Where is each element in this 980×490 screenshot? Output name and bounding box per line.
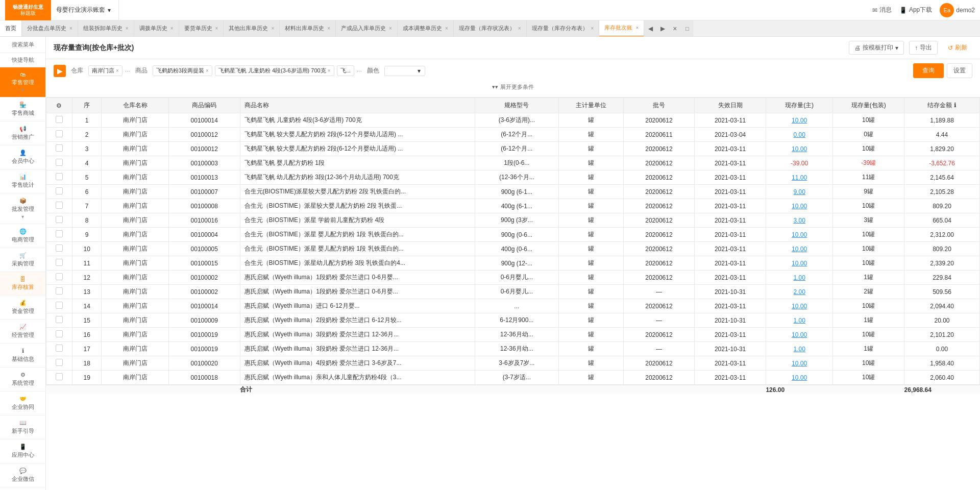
checkbox-icon[interactable] <box>56 345 63 352</box>
sidebar-item-app-center[interactable]: 📱 应用中心 <box>0 439 45 463</box>
tab-next-arrow[interactable]: ▶ <box>656 20 669 37</box>
tab-maximize-button[interactable]: □ <box>681 20 693 37</box>
settings-button[interactable]: 设置 <box>947 63 972 78</box>
td-check[interactable] <box>46 128 72 142</box>
industry-select[interactable]: 母婴行业演示账套 ▾ <box>51 0 119 20</box>
app-download-button[interactable]: 📱 App下载 <box>899 6 932 14</box>
td-stock-main[interactable]: 10.00 <box>766 299 832 313</box>
checkbox-icon[interactable] <box>56 287 63 295</box>
td-stock-main[interactable]: 10.00 <box>766 328 832 342</box>
product-tag-more[interactable]: 飞... <box>337 65 354 76</box>
td-check[interactable] <box>46 142 72 156</box>
tab-close-icon[interactable]: × <box>327 26 330 31</box>
sidebar-item-wholesale[interactable]: 📦 批发管理 ▾ <box>0 193 45 224</box>
td-stock-main[interactable]: 10.00 <box>766 356 832 371</box>
product-more-icon[interactable]: ··· <box>357 67 362 75</box>
table-container[interactable]: ⚙ 序 仓库名称 商品编码 商品名称 规格型号 主计量单位 批号 失效日期 现存… <box>46 97 980 490</box>
checkbox-icon[interactable] <box>56 373 63 380</box>
tab-close-icon[interactable]: × <box>69 26 72 31</box>
td-check[interactable] <box>46 170 72 185</box>
td-check[interactable] <box>46 156 72 170</box>
td-stock-main[interactable]: 10.00 <box>766 242 832 256</box>
tab-产成品入库单历史[interactable]: 产成品入库单历史 × <box>336 20 398 37</box>
td-check[interactable] <box>46 213 72 228</box>
td-check[interactable] <box>46 271 72 285</box>
checkbox-icon[interactable] <box>56 216 63 223</box>
td-stock-main[interactable]: 10.00 <box>766 199 832 213</box>
sidebar-search-menu[interactable]: 搜索菜单 <box>0 37 45 53</box>
warehouse-more-icon[interactable]: ··· <box>125 67 130 75</box>
td-check[interactable] <box>46 199 72 213</box>
refresh-button[interactable]: ↺ 刷新 <box>943 41 972 54</box>
user-area[interactable]: Ea demo2 <box>940 3 975 17</box>
td-stock-main[interactable]: 11.00 <box>766 170 832 185</box>
sidebar-item-purchase[interactable]: 🛒 采购管理 <box>0 248 45 272</box>
filter-expand-button[interactable]: ▶ <box>54 65 66 77</box>
checkbox-icon[interactable] <box>56 230 63 237</box>
message-button[interactable]: ✉ 消息 <box>872 6 892 14</box>
th-settings-icon[interactable]: ⚙ <box>46 98 72 113</box>
checkbox-icon[interactable] <box>56 302 63 309</box>
sidebar-item-finance[interactable]: 💰 资金管理 <box>0 296 45 320</box>
td-stock-main[interactable]: 10.00 <box>766 142 832 156</box>
tab-组装拆卸单历史[interactable]: 组装拆卸单历史 × <box>78 20 134 37</box>
sidebar-item-marketing[interactable]: 📢 营销推广 <box>0 121 45 145</box>
product-tag-2-close-icon[interactable]: × <box>328 68 331 74</box>
tab-home[interactable]: 首页 <box>0 20 22 37</box>
tab-成本调整单历史[interactable]: 成本调整单历史 × <box>398 20 454 37</box>
product-tag-1[interactable]: 飞鹤奶粉3段两提装 × <box>153 65 212 76</box>
tab-close-icon[interactable]: × <box>591 26 594 31</box>
checkbox-icon[interactable] <box>56 173 63 180</box>
td-stock-main[interactable]: 1.00 <box>766 271 832 285</box>
td-stock-main[interactable]: 9.00 <box>766 185 832 199</box>
checkbox-icon[interactable] <box>56 330 63 337</box>
sidebar-item-member-card[interactable]: 🎫 畅会员 <box>0 487 45 490</box>
td-stock-main[interactable]: 10.00 <box>766 228 832 242</box>
tab-close-all-button[interactable]: × <box>669 20 681 37</box>
td-check[interactable] <box>46 342 72 356</box>
sidebar-item-guide[interactable]: 📖 新手引导 <box>0 415 45 439</box>
warehouse-tag[interactable]: 南岸门店 × <box>88 65 122 76</box>
tab-close-icon[interactable]: × <box>445 26 448 31</box>
checkbox-icon[interactable] <box>56 144 63 152</box>
sidebar-item-member[interactable]: 👤 会员中心 <box>0 145 45 169</box>
tab-prev-arrow[interactable]: ◀ <box>644 20 656 37</box>
tab-分批盘点单历史[interactable]: 分批盘点单历史 × <box>22 20 78 37</box>
td-stock-main[interactable]: 1.00 <box>766 313 832 328</box>
td-check[interactable] <box>46 228 72 242</box>
checkbox-icon[interactable] <box>56 202 63 209</box>
sidebar-item-enterprise[interactable]: 🤝 企业协同 <box>0 391 45 415</box>
sidebar-item-retail-mall[interactable]: 🏪 零售商城 <box>0 97 45 121</box>
checkbox-icon[interactable] <box>56 273 63 280</box>
checkbox-icon[interactable] <box>56 259 63 266</box>
expand-more-button[interactable]: ▾▾ 展开更多条件 <box>484 81 542 93</box>
td-check[interactable] <box>46 313 72 328</box>
sidebar-item-retail[interactable]: 🛍 零售管理 ▾ <box>0 67 45 97</box>
tab-close-icon[interactable]: × <box>170 26 174 31</box>
tab-材料出库单历史[interactable]: 材料出库单历史 × <box>280 20 336 37</box>
td-stock-main[interactable]: 3.00 <box>766 213 832 228</box>
export-button[interactable]: ↑ 导出 <box>909 41 938 55</box>
tab-要货单历史[interactable]: 要货单历史 × <box>179 20 224 37</box>
td-stock-main[interactable]: 10.00 <box>766 113 832 128</box>
checkbox-icon[interactable] <box>56 244 63 252</box>
checkbox-icon[interactable] <box>56 316 63 323</box>
product-tag-2[interactable]: 飞鹤星飞帆 儿童奶粉 4段(3-6岁适用) 700克 × <box>215 65 334 76</box>
checkbox-icon[interactable] <box>56 359 63 366</box>
td-check[interactable] <box>46 242 72 256</box>
tab-现存量库存状况表[interactable]: 现存量（库存状况表） × <box>454 20 527 37</box>
td-check[interactable] <box>46 299 72 313</box>
tab-close-icon[interactable]: × <box>215 26 218 31</box>
checkbox-icon[interactable] <box>56 116 63 123</box>
tab-close-icon[interactable]: × <box>271 26 274 31</box>
td-check[interactable] <box>46 356 72 371</box>
sidebar-item-enterprise-wechat[interactable]: 💬 企业微信 <box>0 463 45 487</box>
sidebar-quick-nav[interactable]: 快捷导航 <box>0 53 45 67</box>
td-check[interactable] <box>46 113 72 128</box>
td-check[interactable] <box>46 185 72 199</box>
sidebar-item-retail-stats[interactable]: 📊 零售统计 <box>0 169 45 193</box>
td-check[interactable] <box>46 328 72 342</box>
tab-close-icon[interactable]: × <box>518 26 521 31</box>
td-check[interactable] <box>46 256 72 271</box>
color-filter-select[interactable]: ▾ <box>384 66 425 76</box>
